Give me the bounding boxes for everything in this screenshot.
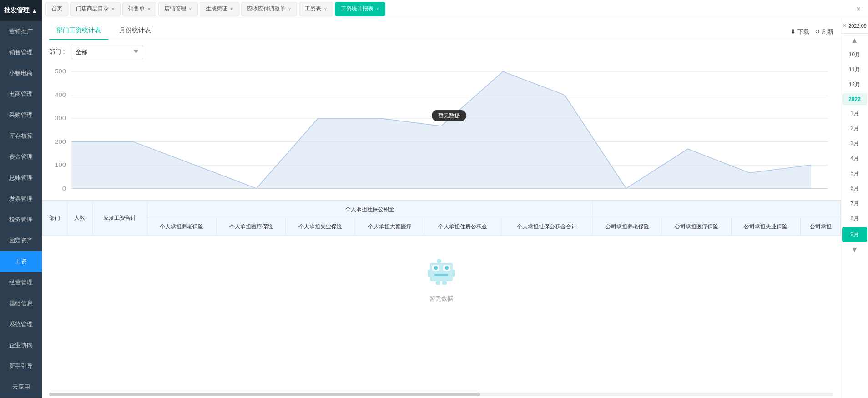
tab-label: 销售单: [128, 5, 145, 13]
date-item-2022[interactable]: 2022: [842, 93, 867, 105]
sidebar-item-小畅电商[interactable]: 小畅电商: [0, 63, 42, 84]
content-area: 部门工资统计表月份统计表 ⬇ 下载 ↻ 刷新 部门： 全部: [42, 18, 868, 398]
svg-text:200: 200: [55, 138, 66, 145]
svg-rect-21: [452, 270, 455, 277]
sidebar-item-系统管理[interactable]: 系统管理: [0, 314, 42, 335]
chart-section: 500 400 300 200 100 0: [42, 64, 841, 200]
col-company-pension: 公司承担养老保险: [592, 218, 661, 236]
svg-rect-20: [428, 270, 430, 277]
svg-point-24: [437, 259, 441, 263]
tab-close-btn[interactable]: ×: [189, 6, 192, 12]
sidebar-item-云应用[interactable]: 云应用: [0, 377, 42, 398]
col-personal-unemployment: 个人承担失业保险: [286, 218, 355, 236]
date-nav-down[interactable]: ▼: [841, 243, 868, 257]
col-dept: 部门: [42, 201, 67, 236]
tab-close-btn[interactable]: ×: [324, 6, 327, 12]
sub-tab-月份统计表[interactable]: 月份统计表: [112, 24, 158, 40]
table-section[interactable]: 部门 人数 应发工资合计 个人承担社保公积金 个人承担养老保险 个人承担医疗保险…: [42, 200, 841, 391]
tab-label: 应收应付调整单: [247, 5, 285, 13]
sidebar-item-固定资产[interactable]: 固定资产: [0, 230, 42, 251]
date-item-12月[interactable]: 12月: [841, 77, 868, 92]
date-item-5月[interactable]: 5月: [841, 166, 868, 181]
close-all-tabs-button[interactable]: ✕: [853, 6, 864, 12]
date-item-10月[interactable]: 10月: [841, 47, 868, 62]
empty-label: 暂无数据: [429, 295, 453, 303]
sidebar-item-营销推广[interactable]: 营销推广: [0, 21, 42, 42]
sidebar-item-电商管理[interactable]: 电商管理: [0, 84, 42, 105]
dept-select[interactable]: 全部: [71, 45, 143, 59]
date-item-9月[interactable]: 9月: [842, 227, 867, 242]
sidebar-title: 批发管理: [4, 6, 30, 15]
date-item-8月[interactable]: 8月: [841, 211, 868, 226]
sidebar-item-新手引导[interactable]: 新手引导: [0, 356, 42, 377]
scroll-thumb[interactable]: [49, 393, 480, 396]
sidebar-item-库存核算[interactable]: 库存核算: [0, 126, 42, 146]
tab-门店商品目录[interactable]: 门店商品目录×: [70, 2, 121, 16]
svg-text:400: 400: [55, 91, 66, 98]
toolbar-right: ⬇ 下载 ↻ 刷新: [791, 28, 833, 36]
tab-生成凭证[interactable]: 生成凭证×: [200, 2, 239, 16]
col-personal-medical: 个人承担医疗保险: [217, 218, 286, 236]
col-personal-total: 个人承担社保公积金合计: [501, 218, 592, 236]
sidebar-item-资金管理[interactable]: 资金管理: [0, 146, 42, 167]
tab-close-btn[interactable]: ×: [230, 6, 233, 12]
tab-close-btn[interactable]: ×: [147, 6, 151, 12]
date-item-6月[interactable]: 6月: [841, 181, 868, 196]
sub-tab-部门工资统计表[interactable]: 部门工资统计表: [49, 24, 108, 40]
date-item-1月[interactable]: 1月: [841, 106, 868, 121]
refresh-label: 刷新: [822, 28, 833, 36]
tab-首页[interactable]: 首页: [45, 2, 68, 16]
data-table: 部门 人数 应发工资合计 个人承担社保公积金 个人承担养老保险 个人承担医疗保险…: [42, 201, 841, 236]
tab-label: 店铺管理: [164, 5, 186, 13]
sidebar-item-工资[interactable]: 工资: [0, 251, 42, 272]
sidebar-item-销售管理[interactable]: 销售管理: [0, 42, 42, 63]
tab-label: 生成凭证: [206, 5, 227, 13]
svg-point-18: [445, 266, 449, 270]
col-company-other: 公司承担: [801, 218, 841, 236]
date-item-11月[interactable]: 11月: [841, 62, 868, 77]
tab-label: 首页: [51, 5, 62, 13]
download-button[interactable]: ⬇ 下载: [791, 28, 809, 36]
date-item-2月[interactable]: 2月: [841, 121, 868, 136]
sidebar-item-基础信息[interactable]: 基础信息: [0, 293, 42, 314]
tab-close-btn[interactable]: ×: [288, 6, 291, 12]
sidebar-item-采购管理[interactable]: 采购管理: [0, 105, 42, 126]
tab-工资表[interactable]: 工资表×: [299, 2, 333, 16]
tab-close-btn[interactable]: ×: [111, 6, 115, 12]
svg-text:100: 100: [55, 161, 66, 168]
tab-工资统计报表[interactable]: 工资统计报表×: [335, 2, 385, 16]
empty-state: 暂无数据: [42, 236, 841, 321]
date-item-7月[interactable]: 7月: [841, 196, 868, 211]
sidebar-item-企业协同[interactable]: 企业协同: [0, 335, 42, 356]
svg-rect-23: [442, 281, 447, 285]
svg-point-17: [434, 266, 438, 270]
empty-icon: [423, 254, 459, 290]
chart-container: 500 400 300 200 100 0: [49, 64, 833, 200]
col-company-unemployment: 公司承担失业保险: [731, 218, 800, 236]
date-nav-up[interactable]: ▲: [841, 34, 868, 47]
col-count: 人数: [67, 201, 92, 236]
sidebar-item-经营管理[interactable]: 经营管理: [0, 272, 42, 293]
tab-销售单[interactable]: 销售单×: [122, 2, 156, 16]
sidebar-item-发票管理[interactable]: 发票管理: [0, 188, 42, 209]
sidebar-item-总账管理[interactable]: 总账管理: [0, 167, 42, 188]
sidebar-header[interactable]: 批发管理 ▲: [0, 0, 42, 21]
col-personal-large-medical: 个人承担大额医疗: [355, 218, 424, 236]
col-group-personal: 个人承担社保公积金: [147, 201, 592, 218]
sub-tabs: 部门工资统计表月份统计表 ⬇ 下载 ↻ 刷新: [42, 18, 841, 40]
date-year-label: 2022.09: [848, 23, 867, 29]
svg-rect-22: [436, 281, 440, 285]
date-item-4月[interactable]: 4月: [841, 151, 868, 166]
col-personal-housing: 个人承担住房公积金: [424, 218, 501, 236]
tab-label: 工资表: [305, 5, 321, 13]
tab-店铺管理[interactable]: 店铺管理×: [158, 2, 198, 16]
main-panel: 部门工资统计表月份统计表 ⬇ 下载 ↻ 刷新 部门： 全部: [42, 18, 841, 398]
sidebar-item-税务管理[interactable]: 税务管理: [0, 209, 42, 230]
refresh-button[interactable]: ↻ 刷新: [815, 28, 833, 36]
tab-应收应付调整单[interactable]: 应收应付调整单×: [241, 2, 297, 16]
tab-close-btn[interactable]: ×: [376, 6, 379, 12]
sidebar-toggle-icon: ▲: [31, 7, 38, 14]
close-icon[interactable]: ✕: [843, 23, 847, 29]
date-item-3月[interactable]: 3月: [841, 136, 868, 151]
horizontal-scrollbar[interactable]: [49, 393, 833, 396]
